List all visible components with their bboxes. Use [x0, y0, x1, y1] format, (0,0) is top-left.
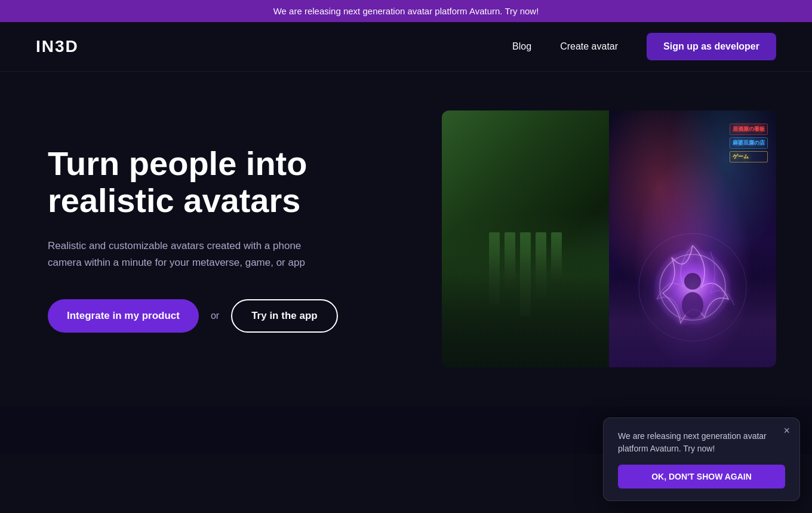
popup-text: We are releasing next generation avatar …: [618, 430, 785, 455]
navigation: IN3D Blog Create avatar Sign up as devel…: [0, 22, 812, 72]
popup: × We are releasing next generation avata…: [603, 417, 800, 501]
neon-city-scene: 居酒屋の看板 麻婆豆腐の店 ゲーム: [609, 110, 776, 367]
nav-links: Blog Create avatar Sign up as developer: [512, 33, 776, 60]
hero-title: Turn people into realistic avatars: [48, 145, 376, 219]
ground-overlay: [442, 252, 609, 368]
logo[interactable]: IN3D: [36, 37, 79, 56]
neon-sign-1: 居酒屋の看板: [730, 124, 768, 135]
ground-reflection: [609, 278, 776, 368]
hero-subtitle: Realistic and customizable avatars creat…: [48, 238, 334, 270]
neon-sign-2: 麻婆豆腐の店: [730, 137, 768, 149]
hero-section: Turn people into realistic avatars Reali…: [0, 72, 812, 406]
logo-text: IN3D: [36, 37, 79, 56]
hero-content: Turn people into realistic avatars Reali…: [48, 145, 376, 333]
hero-image-container: 居酒屋の看板 麻婆豆腐の店 ゲーム: [442, 110, 776, 367]
popup-close-button[interactable]: ×: [783, 425, 790, 436]
signup-developer-button[interactable]: Sign up as developer: [647, 33, 776, 60]
hero-buttons: Integrate in my product or Try in the ap…: [48, 299, 376, 333]
try-app-button[interactable]: Try in the app: [231, 299, 338, 333]
or-separator: or: [211, 311, 219, 321]
neon-signs: 居酒屋の看板 麻婆豆腐の店 ゲーム: [730, 124, 768, 162]
integrate-button[interactable]: Integrate in my product: [48, 299, 199, 333]
nav-link-blog[interactable]: Blog: [512, 41, 531, 52]
hero-image: 居酒屋の看板 麻婆豆腐の店 ゲーム: [399, 110, 776, 367]
popup-overlay: × We are releasing next generation avata…: [603, 417, 800, 501]
nav-link-create-avatar[interactable]: Create avatar: [560, 41, 618, 52]
announcement-text: We are releasing next generation avatar …: [273, 6, 539, 16]
neon-sign-3: ゲーム: [730, 151, 768, 162]
popup-ok-button[interactable]: OK, DON'T SHOW AGAIN: [618, 465, 785, 489]
park-scene: [442, 110, 609, 367]
announcement-banner[interactable]: We are releasing next generation avatar …: [0, 0, 812, 22]
